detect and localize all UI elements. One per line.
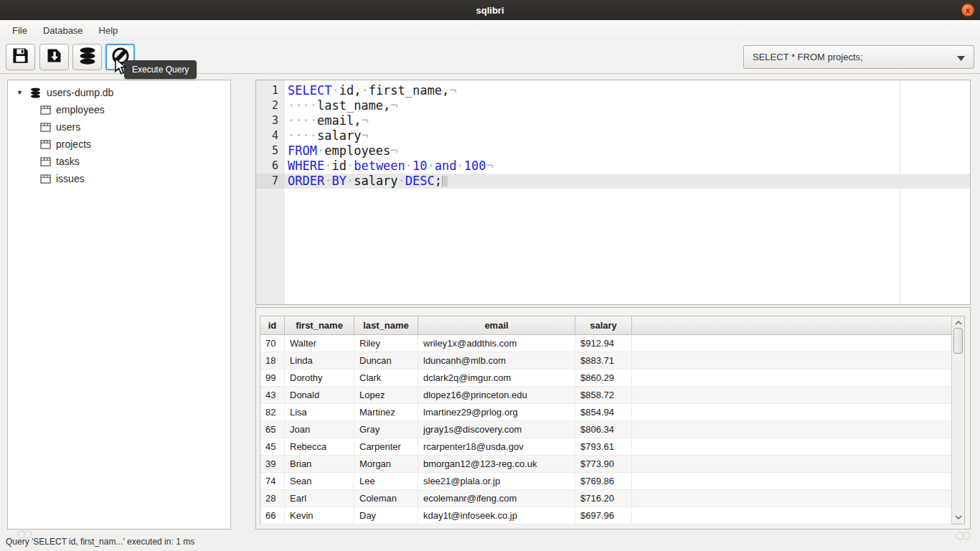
table-row[interactable]: 39BrianMorganbmorgan12@123-reg.co.uk$773… [260, 456, 951, 473]
cell-first_name: Lisa [285, 404, 354, 420]
menu-item-file[interactable]: File [4, 22, 35, 39]
tree-item-table-projects[interactable]: projects [8, 136, 230, 153]
line-text: ····salary¬ [285, 128, 970, 143]
editor-line-4[interactable]: 4····salary¬ [256, 128, 970, 143]
editor-line-5[interactable]: 5FROM·employees¬ [256, 143, 970, 159]
editor-line-1[interactable]: 1SELECT·id,·first_name,¬ [256, 83, 970, 98]
tree-item-database[interactable]: ▼users-dump.db [8, 84, 230, 101]
table-row[interactable]: 28EarlColemanecolemanr@ifeng.com$716.20 [260, 490, 951, 507]
cell-filler [632, 421, 951, 438]
cell-email: bmorgan12@123-reg.co.uk [418, 456, 575, 472]
cell-filler [632, 456, 951, 472]
resize-grip-icon[interactable] [954, 531, 973, 544]
editor-line-6[interactable]: 6WHERE·id·between·10·and·100¬ [256, 159, 970, 174]
column-header-id[interactable]: id [260, 316, 285, 335]
line-text: ORDER·BY·salary·DESC; [285, 174, 970, 189]
cell-email: slee21@plala.or.jp [418, 473, 575, 489]
scrollbar-thumb[interactable] [953, 328, 963, 354]
menu-item-database[interactable]: Database [35, 22, 91, 39]
line-number: 7 [256, 174, 285, 189]
tooltip: Execute Query [124, 60, 197, 79]
editor-line-2[interactable]: 2····last_name,¬ [256, 98, 970, 113]
window-title: sqlibri [476, 5, 504, 16]
table-row[interactable]: 70WalterRileywriley1x@addthis.com$912.94 [260, 335, 951, 352]
results-scrollbar[interactable] [951, 316, 964, 524]
line-text: ····last_name,¬ [285, 98, 970, 113]
table-row[interactable]: 74SeanLeeslee21@plala.or.jp$769.86 [260, 473, 951, 490]
resize-grip-icon[interactable] [16, 529, 34, 542]
cell-filler [632, 335, 951, 352]
tree-item-table-issues[interactable]: issues [8, 170, 230, 187]
editor-line-7[interactable]: 7ORDER·BY·salary·DESC; [256, 174, 970, 189]
cell-salary: $854.94 [575, 404, 632, 420]
table-row[interactable]: 82LisaMartinezlmartinez29@prlog.org$854.… [260, 404, 951, 421]
cell-email: kday1t@infoseek.co.jp [418, 507, 575, 524]
column-header-first_name[interactable]: first_name [285, 316, 354, 335]
table-row[interactable]: 65JoanGrayjgray1s@discovery.com$806.34 [260, 421, 951, 438]
table-name: users [56, 121, 80, 133]
column-header-email[interactable]: email [418, 316, 575, 335]
table-icon [40, 140, 51, 149]
cell-id: 45 [260, 438, 285, 455]
save-button[interactable] [6, 44, 35, 70]
line-text: ····email,¬ [285, 113, 970, 128]
cell-filler [632, 369, 951, 386]
line-text: SELECT·id,·first_name,¬ [285, 83, 970, 98]
table-row[interactable]: 43DonaldLopezdlopez16@princeton.edu$858.… [260, 387, 951, 404]
table-row[interactable]: 18LindaDuncanlduncanh@mlb.com$883.71 [260, 352, 951, 369]
table-row[interactable]: 66KevinDaykday1t@infoseek.co.jp$697.96 [260, 507, 951, 524]
cell-filler [632, 473, 951, 489]
cell-id: 28 [260, 490, 285, 507]
tree-item-table-employees[interactable]: employees [8, 101, 230, 118]
table-row[interactable]: 99DorothyClarkdclark2q@imgur.com$860.29 [260, 369, 951, 387]
scroll-down-icon[interactable] [952, 512, 965, 522]
cell-filler [632, 438, 951, 455]
cell-last_name: Duncan [354, 352, 418, 369]
column-header-last_name[interactable]: last_name [354, 316, 418, 335]
menu-item-help[interactable]: Help [91, 22, 126, 39]
results-grid: idfirst_namelast_nameemailsalary70Walter… [260, 316, 965, 524]
line-text: WHERE·id·between·10·and·100¬ [285, 159, 970, 174]
column-header-salary[interactable]: salary [575, 316, 632, 335]
sql-editor[interactable]: 1SELECT·id,·first_name,¬2····last_name,¬… [255, 80, 971, 305]
import-button[interactable] [39, 44, 69, 70]
cell-last_name: Morgan [354, 456, 418, 472]
cell-first_name: Kevin [285, 507, 354, 524]
cell-filler [632, 404, 951, 420]
cell-id: 99 [260, 369, 285, 386]
line-number: 6 [256, 159, 285, 174]
titlebar[interactable]: sqlibri x [0, 0, 980, 20]
cell-salary: $773.90 [575, 456, 632, 472]
editor-line-3[interactable]: 3····email,¬ [256, 113, 970, 128]
cell-first_name: Sean [285, 473, 354, 489]
cell-first_name: Rebecca [285, 438, 354, 455]
menubar: FileDatabaseHelp [0, 20, 980, 41]
mouse-cursor-icon [113, 57, 129, 77]
cell-last_name: Lee [354, 473, 418, 489]
table-name: employees [56, 104, 105, 116]
line-number: 2 [256, 98, 285, 113]
expander-triangle-icon[interactable]: ▼ [17, 89, 27, 96]
cell-last_name: Coleman [354, 490, 418, 507]
column-header-filler [632, 316, 951, 335]
statusbar: Query 'SELECT id, first_nam...' executed… [0, 532, 980, 551]
line-number: 3 [256, 113, 285, 128]
database-button[interactable] [72, 44, 102, 70]
cell-first_name: Walter [285, 335, 354, 352]
close-window-button[interactable]: x [961, 4, 974, 17]
cell-id: 18 [260, 352, 285, 369]
table-row[interactable]: 45RebeccaCarpenterrcarpenter18@usda.gov$… [260, 438, 951, 456]
scroll-up-icon[interactable] [952, 318, 965, 328]
tree-item-table-tasks[interactable]: tasks [8, 153, 230, 170]
tree-item-table-users[interactable]: users [8, 118, 230, 136]
query-history-value: SELECT * FROM projects; [753, 52, 957, 62]
cell-id: 66 [260, 507, 285, 524]
query-history-combo[interactable]: SELECT * FROM projects; [743, 45, 974, 69]
cell-email: lduncanh@mlb.com [418, 352, 575, 369]
cell-email: dclark2q@imgur.com [418, 369, 575, 386]
cell-filler [632, 490, 951, 507]
table-name: projects [56, 138, 91, 150]
line-text: FROM·employees¬ [285, 143, 970, 159]
results-panel: idfirst_namelast_nameemailsalary70Walter… [255, 307, 971, 529]
cell-last_name: Gray [354, 421, 418, 438]
